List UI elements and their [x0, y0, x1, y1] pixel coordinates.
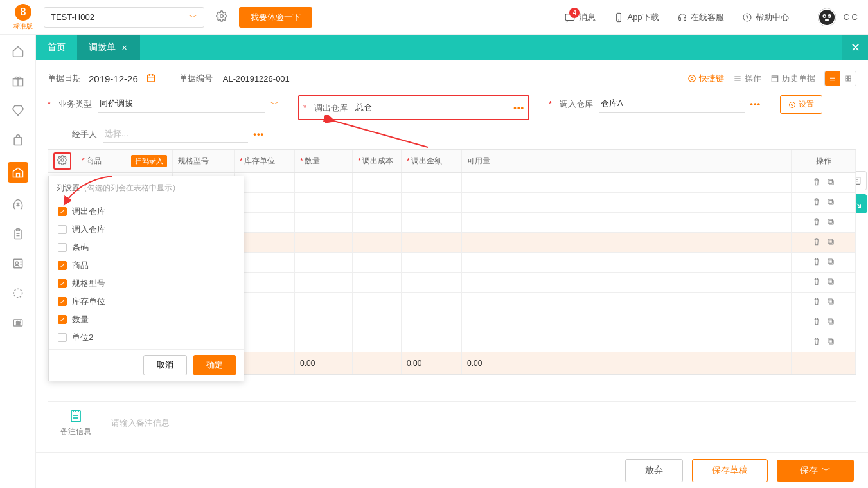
nav-money-icon[interactable]: [10, 197, 26, 212]
user-avatar[interactable]: [818, 8, 836, 26]
column-settings-cancel[interactable]: 取消: [143, 355, 187, 375]
copy-icon[interactable]: [824, 277, 838, 288]
delete-icon[interactable]: [810, 337, 824, 348]
column-settings-item[interactable]: ✓商品: [49, 257, 244, 275]
org-selector[interactable]: TEST-H002 ﹀: [44, 7, 204, 28]
online-service-link[interactable]: 在线客服: [672, 12, 729, 23]
column-settings-item[interactable]: ✓规格型号: [49, 275, 244, 293]
nav-bag-icon[interactable]: [10, 132, 26, 148]
doc-date-value[interactable]: 2019-12-26: [89, 73, 138, 84]
remark-input[interactable]: 请输入备注信息: [103, 417, 856, 429]
nav-contact-icon[interactable]: [10, 256, 26, 271]
copy-icon[interactable]: [824, 197, 838, 208]
copy-icon[interactable]: [824, 337, 838, 348]
history-link[interactable]: 历史单据: [770, 73, 815, 84]
copy-icon[interactable]: [824, 237, 838, 248]
chevron-down-icon: ﹀: [189, 12, 197, 23]
delete-icon[interactable]: [810, 277, 824, 288]
svg-rect-54: [829, 220, 833, 224]
copy-icon[interactable]: [824, 317, 838, 328]
svg-rect-64: [829, 320, 833, 323]
checkbox-icon[interactable]: ✓: [58, 261, 67, 270]
column-settings-confirm[interactable]: 确定: [193, 355, 236, 375]
more-icon[interactable]: •••: [513, 103, 524, 113]
tab-home[interactable]: 首页: [36, 35, 77, 60]
delete-icon[interactable]: [810, 197, 824, 208]
svg-rect-58: [829, 260, 833, 264]
svg-rect-45: [849, 79, 851, 82]
message-badge: 4: [569, 8, 580, 18]
nav-circle-icon[interactable]: [10, 285, 26, 301]
handler-input[interactable]: 选择...: [103, 125, 248, 143]
svg-rect-2: [617, 13, 621, 21]
chevron-down-icon[interactable]: ﹀: [270, 98, 279, 110]
copy-icon[interactable]: [824, 217, 838, 228]
checkbox-icon[interactable]: [58, 243, 67, 252]
column-settings-item[interactable]: 条码: [49, 239, 244, 257]
delete-icon[interactable]: [810, 237, 824, 248]
settings-button[interactable]: 设置: [780, 95, 822, 114]
nav-gift-icon[interactable]: [10, 73, 26, 89]
save-button[interactable]: 保存﹀: [777, 460, 854, 482]
view-grid-icon[interactable]: [840, 71, 856, 86]
shortcut-link[interactable]: 快捷键: [687, 73, 724, 84]
checkbox-icon[interactable]: ✓: [58, 315, 67, 324]
nav-home-icon[interactable]: [10, 44, 26, 59]
column-settings-item[interactable]: 调入仓库: [49, 221, 244, 239]
nav-clipboard-icon[interactable]: [10, 226, 26, 242]
save-draft-button[interactable]: 保存草稿: [692, 459, 768, 482]
column-settings-item[interactable]: 单位2: [49, 329, 244, 347]
tab-close-icon[interactable]: ✕: [120, 43, 128, 52]
cancel-button[interactable]: 放弃: [625, 459, 683, 482]
svg-point-11: [825, 19, 829, 21]
close-all-tabs-icon[interactable]: ✕: [842, 35, 868, 60]
help-center-link[interactable]: 帮助中心: [737, 12, 794, 23]
in-warehouse-input[interactable]: 仓库A: [599, 95, 745, 113]
copy-icon[interactable]: [824, 257, 838, 268]
out-warehouse-input[interactable]: 总仓: [354, 99, 508, 116]
view-list-icon[interactable]: [825, 71, 840, 86]
bottom-bar: 放弃 保存草稿 保存﹀: [36, 452, 868, 488]
chevron-down-icon: ﹀: [822, 465, 831, 476]
checkbox-icon[interactable]: [58, 333, 67, 342]
scan-button[interactable]: 扫码录入: [131, 155, 167, 167]
column-settings-item[interactable]: ✓数量: [49, 311, 244, 329]
trial-button[interactable]: 我要体验一下: [239, 7, 312, 28]
more-icon[interactable]: •••: [750, 99, 761, 109]
top-header: 8 标准版 TEST-H002 ﹀ 我要体验一下 消息 4 App下载 在线客服…: [0, 0, 868, 35]
delete-icon[interactable]: [810, 177, 824, 188]
more-icon[interactable]: •••: [253, 129, 264, 139]
column-settings-list[interactable]: ✓调出仓库调入仓库条码✓商品✓规格型号✓库存单位✓数量单位2: [49, 200, 244, 349]
user-name[interactable]: C C: [844, 12, 858, 22]
copy-icon[interactable]: [824, 297, 838, 308]
column-settings-button[interactable]: [48, 150, 76, 172]
delete-icon[interactable]: [810, 257, 824, 268]
nav-new-icon[interactable]: 新: [10, 315, 26, 330]
checkbox-icon[interactable]: ✓: [58, 297, 67, 306]
delete-icon[interactable]: [810, 297, 824, 308]
logo-text: 标准版: [13, 22, 33, 31]
delete-icon[interactable]: [810, 317, 824, 328]
svg-point-33: [689, 75, 696, 82]
tabs-bar: 首页 调拨单 ✕ ✕: [36, 35, 868, 60]
checkbox-icon[interactable]: [58, 225, 67, 234]
messages-link[interactable]: 消息 4: [559, 12, 601, 23]
calendar-icon[interactable]: [146, 73, 156, 85]
app-download-link[interactable]: App下载: [608, 12, 664, 23]
org-name: TEST-H002: [51, 12, 94, 22]
doc-header: 单据日期 2019-12-26 单据编号 AL-20191226-001 快捷键…: [36, 60, 868, 86]
th-cost: *调出成本: [353, 150, 402, 172]
biz-type-input[interactable]: 同价调拨: [98, 95, 265, 113]
gear-icon[interactable]: [212, 10, 231, 24]
nav-warehouse-icon[interactable]: [8, 162, 28, 183]
checkbox-icon[interactable]: ✓: [58, 207, 67, 216]
nav-diamond-icon[interactable]: [10, 103, 26, 118]
checkbox-icon[interactable]: ✓: [58, 279, 67, 288]
delete-icon[interactable]: [810, 217, 824, 228]
operate-link[interactable]: 操作: [733, 73, 761, 84]
tab-allocation[interactable]: 调拨单 ✕: [77, 35, 140, 60]
svg-point-6: [819, 10, 835, 25]
svg-point-32: [691, 77, 693, 80]
copy-icon[interactable]: [824, 177, 838, 188]
column-settings-item[interactable]: ✓库存单位: [49, 293, 244, 311]
